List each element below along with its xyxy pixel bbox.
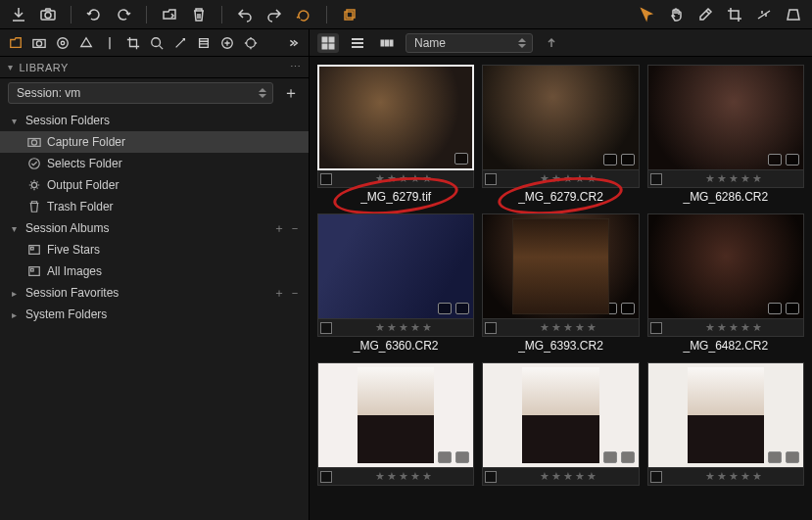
all-images-album[interactable]: All Images	[0, 260, 309, 282]
thumbnail-image[interactable]	[317, 213, 474, 319]
info-badge-icon	[786, 154, 799, 165]
thumbnail-image[interactable]	[647, 65, 804, 170]
camera-icon[interactable]	[37, 4, 59, 25]
session-favorites-header[interactable]: ▸ Session Favorites ＋ －	[0, 282, 309, 304]
selects-folder-item[interactable]: Selects Folder	[0, 153, 309, 174]
check-icon	[27, 157, 41, 170]
session-folders-header[interactable]: ▾ Session Folders	[0, 110, 309, 131]
session-albums-header[interactable]: ▾ Session Albums ＋ －	[0, 217, 309, 239]
capture-tab-icon[interactable]	[29, 33, 49, 53]
select-checkbox[interactable]	[485, 322, 497, 334]
dropper-icon[interactable]	[694, 4, 716, 25]
select-checkbox[interactable]	[320, 471, 332, 483]
more-tabs-icon[interactable]	[283, 33, 303, 53]
five-stars-album[interactable]: Five Stars	[0, 239, 309, 260]
remove-favorite-button[interactable]: －	[289, 285, 301, 302]
zoom-tab-icon[interactable]	[147, 33, 167, 53]
rotate-ccw-icon[interactable]	[83, 4, 105, 25]
thumbnail-cell[interactable]: ★★★★★_MG_6279.tif	[317, 65, 474, 206]
add-favorite-button[interactable]: ＋	[273, 285, 285, 302]
rating-stars[interactable]: ★★★★★	[501, 321, 636, 334]
add-album-button[interactable]: ＋	[273, 220, 285, 237]
thumbnail-metabar: ★★★★★	[482, 468, 639, 486]
straighten-icon[interactable]	[753, 4, 775, 25]
thumbnail-cell[interactable]: ★★★★★	[317, 362, 474, 486]
thumbnail-metabar: ★★★★★	[317, 468, 474, 486]
select-checkbox[interactable]	[320, 173, 332, 185]
thumbnail-image[interactable]	[482, 65, 639, 170]
svg-rect-2	[345, 12, 353, 20]
crop-icon[interactable]	[724, 4, 745, 25]
thumbnail-cell[interactable]: ★★★★★	[482, 362, 639, 486]
select-checkbox[interactable]	[320, 322, 332, 334]
color-tab-icon[interactable]	[76, 33, 96, 53]
trash-icon[interactable]	[188, 4, 210, 25]
thumbnail-metabar: ★★★★★	[482, 170, 639, 188]
thumbnail-cell[interactable]: ★★★★★_MG_6286.CR2	[647, 65, 804, 206]
rating-stars[interactable]: ★★★★★	[336, 321, 471, 334]
add-session-button[interactable]: ＋	[281, 83, 301, 103]
import-icon[interactable]	[8, 4, 29, 25]
rating-stars[interactable]: ★★★★★	[501, 172, 636, 185]
system-folders-header[interactable]: ▸ System Folders	[0, 304, 309, 325]
hand-icon[interactable]	[665, 4, 687, 25]
remove-album-button[interactable]: －	[289, 220, 301, 237]
cursor-icon[interactable]	[636, 4, 657, 25]
svg-point-13	[29, 159, 40, 169]
rating-stars[interactable]: ★★★★★	[666, 470, 801, 483]
thumbnail-cell[interactable]: ★★★★★_MG_6393.CR2	[482, 213, 639, 355]
thumbnail-image[interactable]	[317, 362, 474, 468]
view-filmstrip-button[interactable]	[376, 33, 398, 53]
metadata-tab-icon[interactable]	[194, 33, 214, 53]
thumbnail-image[interactable]	[647, 213, 804, 319]
thumbnail-cell[interactable]: ★★★★★_MG_6482.CR2	[647, 213, 804, 355]
rating-stars[interactable]: ★★★★★	[336, 172, 471, 185]
adjustments-tab-icon[interactable]	[217, 33, 237, 53]
exposure-tab-icon[interactable]	[100, 33, 119, 53]
session-dropdown[interactable]: Session: vm	[8, 82, 273, 104]
svg-rect-20	[329, 37, 334, 42]
view-list-button[interactable]	[347, 33, 368, 53]
output-folder-item[interactable]: Output Folder	[0, 174, 309, 196]
rating-stars[interactable]: ★★★★★	[666, 172, 801, 185]
select-checkbox[interactable]	[650, 173, 662, 185]
undo-icon[interactable]	[234, 4, 256, 25]
thumbnail-cell[interactable]: ★★★★★	[647, 362, 804, 486]
move-to-icon[interactable]	[159, 4, 180, 25]
select-checkbox[interactable]	[485, 173, 497, 185]
thumbnail-image[interactable]	[482, 362, 639, 468]
library-header[interactable]: ▾ LIBRARY ⋯	[0, 57, 309, 78]
thumbnail-cell[interactable]: ★★★★★_MG_6279.CR2	[482, 65, 639, 206]
sort-by-dropdown[interactable]: Name	[406, 33, 533, 53]
select-checkbox[interactable]	[650, 322, 662, 334]
crop-tab-icon[interactable]	[123, 33, 143, 53]
trash-folder-item[interactable]: Trash Folder	[0, 196, 309, 217]
rotate-cw-icon[interactable]	[113, 4, 134, 25]
lens-tab-icon[interactable]	[53, 33, 72, 53]
sort-direction-button[interactable]	[541, 33, 562, 53]
browser-panel: Name ★★★★★_MG_6279.tif★★★★★_MG_6279.CR2★…	[310, 29, 812, 520]
select-checkbox[interactable]	[485, 471, 497, 483]
rating-stars[interactable]: ★★★★★	[336, 470, 471, 483]
thumbnail-image[interactable]	[482, 213, 639, 319]
view-grid-button[interactable]	[317, 33, 339, 53]
thumbnail-image[interactable]	[647, 362, 804, 468]
redo-icon[interactable]	[263, 4, 285, 25]
thumbnail-image[interactable]	[317, 65, 474, 170]
keystone-icon[interactable]	[783, 4, 804, 25]
rating-stars[interactable]: ★★★★★	[666, 321, 801, 334]
info-badge-icon	[621, 451, 635, 463]
thumbnail-filename: _MG_6279.CR2	[482, 188, 639, 206]
local-tab-icon[interactable]	[170, 33, 190, 53]
thumbnail-cell[interactable]: ★★★★★_MG_6360.CR2	[317, 213, 474, 355]
chevron-down-icon: ▾	[8, 116, 20, 126]
select-checkbox[interactable]	[650, 471, 662, 483]
reset-icon[interactable]	[293, 4, 314, 25]
menu-dots-icon[interactable]: ⋯	[290, 61, 302, 73]
rating-stars[interactable]: ★★★★★	[501, 470, 636, 483]
copy-stack-icon[interactable]	[339, 4, 360, 25]
thumbnail-metabar: ★★★★★	[317, 170, 474, 188]
library-tab-icon[interactable]	[6, 33, 25, 53]
output-tab-icon[interactable]	[241, 33, 261, 53]
capture-folder-item[interactable]: Capture Folder	[0, 131, 309, 153]
